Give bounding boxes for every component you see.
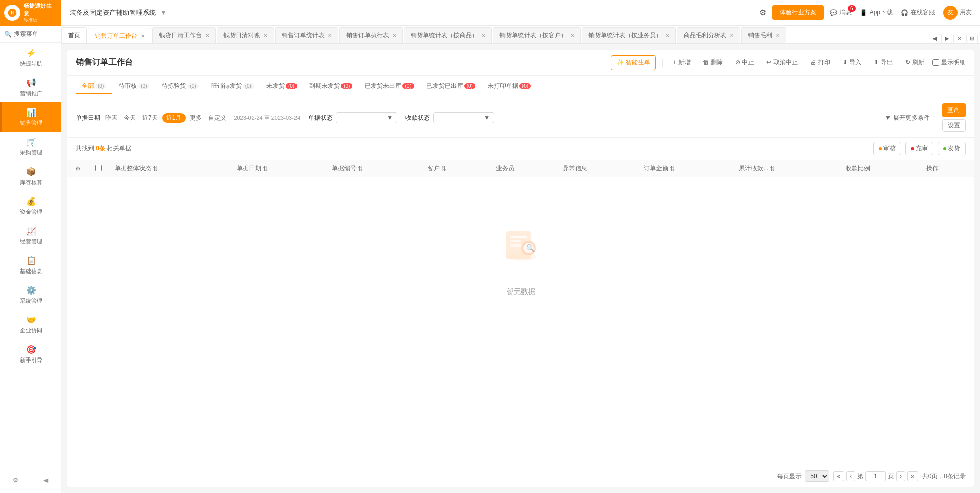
query-btn[interactable]: 查询 bbox=[942, 103, 966, 117]
status-select[interactable]: ▼ bbox=[336, 112, 397, 123]
first-page-btn[interactable]: « bbox=[833, 471, 844, 481]
filter-tab-shipped-not-out[interactable]: 已发货未出库(0) bbox=[358, 80, 420, 94]
page-number-input[interactable] bbox=[865, 471, 886, 481]
tab-home[interactable]: 首页 bbox=[61, 27, 87, 43]
sidebar-quick-nav-icon: ⚡ bbox=[26, 48, 36, 58]
topbar-message[interactable]: 💬 消息 6 bbox=[830, 8, 852, 17]
tab-close-sales-stat[interactable]: ✕ bbox=[328, 33, 332, 38]
tab-cash-daily[interactable]: 钱货日清工作台✕ bbox=[152, 27, 216, 43]
horizontal-scrollbar[interactable] bbox=[76, 459, 966, 465]
tab-close-product-margin[interactable]: ✕ bbox=[730, 33, 734, 38]
date-quick-自定义[interactable]: 自定义 bbox=[206, 113, 229, 123]
audit-btn[interactable]: 审核 bbox=[873, 142, 901, 155]
tab-sales-stat[interactable]: 销售订单统计表✕ bbox=[275, 27, 338, 43]
trial-btn[interactable]: 体验行业方案 bbox=[772, 5, 824, 20]
topbar-user[interactable]: 友 用友 bbox=[943, 6, 972, 20]
tab-cash-reconcile[interactable]: 钱货日清对账✕ bbox=[217, 27, 274, 43]
topbar-online-service[interactable]: 🎧 在线客服 bbox=[901, 8, 935, 17]
tab-close-sales-stat-staff[interactable]: ✕ bbox=[665, 33, 669, 38]
filter-tab-not-shipped[interactable]: 未发货(0) bbox=[260, 80, 303, 94]
tabs-prev-btn[interactable]: ◀ bbox=[929, 34, 940, 43]
stop-btn[interactable]: ⊘ 中止 bbox=[731, 56, 758, 69]
content-area: 销售订单工作台 ✨ 智能生单 + 新增 🗑 删除 ⊘ 中止 ↩ 取消中止 🖨 打… bbox=[61, 44, 980, 493]
th-settings[interactable]: ⚙ bbox=[67, 160, 88, 177]
filter-tab-wangpu-ship[interactable]: 旺铺待发货(0) bbox=[205, 80, 260, 94]
last-page-btn[interactable]: » bbox=[907, 471, 918, 481]
filter-tab-badge-shipped-out: (0) bbox=[464, 83, 475, 89]
date-quick-更多[interactable]: 更多 bbox=[188, 113, 204, 123]
tab-sales-stat-customer[interactable]: 销货单统计表（按客户）✕ bbox=[493, 27, 581, 43]
expand-more-btn[interactable]: ▼ 展开更多条件 bbox=[885, 114, 930, 122]
sidebar-item-purchase[interactable]: 🛒采购管理 bbox=[0, 132, 61, 162]
cancel-audit-btn[interactable]: 充审 bbox=[905, 142, 933, 155]
filter-tab-shipped-out[interactable]: 已发货已出库(0) bbox=[420, 80, 482, 94]
tab-sales-exec[interactable]: 销售订单执行表✕ bbox=[339, 27, 403, 43]
th-date: 单据日期⇅ bbox=[231, 160, 326, 177]
sidebar-item-basic[interactable]: 📋基础信息 bbox=[0, 251, 61, 280]
date-quick-近1月[interactable]: 近1月 bbox=[162, 113, 186, 123]
sidebar-quick-nav-label: 快捷导航 bbox=[20, 60, 42, 68]
prev-page-btn[interactable]: ‹ bbox=[846, 471, 855, 481]
filter-tab-not-printed[interactable]: 未打印单据(0) bbox=[482, 80, 537, 94]
date-filter-label: 单据日期 bbox=[76, 114, 100, 122]
tab-close-cash-reconcile[interactable]: ✕ bbox=[263, 33, 267, 38]
import-btn[interactable]: ⬇ 导入 bbox=[838, 56, 865, 69]
page-size-select[interactable]: 50 bbox=[805, 470, 829, 482]
tab-close-sales-workbench[interactable]: ✕ bbox=[141, 33, 145, 39]
export-btn[interactable]: ⬆ 导出 bbox=[870, 56, 897, 69]
tab-close-sales-stat-customer[interactable]: ✕ bbox=[570, 33, 574, 38]
date-quick-今天[interactable]: 今天 bbox=[122, 113, 138, 123]
tab-close-sales-profit[interactable]: ✕ bbox=[776, 33, 780, 38]
tab-product-margin[interactable]: 商品毛利分析表✕ bbox=[677, 27, 740, 43]
tab-close-cash-daily[interactable]: ✕ bbox=[205, 33, 209, 38]
tab-sales-stat-product[interactable]: 销货单统计表（按商品）✕ bbox=[404, 27, 492, 43]
next-page-btn[interactable]: › bbox=[896, 471, 905, 481]
sidebar-item-sales[interactable]: 📊销售管理 bbox=[0, 102, 61, 132]
sidebar-collapse-btn[interactable]: ◀ bbox=[38, 472, 53, 489]
print-btn[interactable]: 🖨 打印 bbox=[806, 56, 834, 69]
tab-sales-workbench[interactable]: 销售订单工作台✕ bbox=[88, 28, 151, 43]
filter-tab-overdue-ship[interactable]: 到期未发货(0) bbox=[303, 80, 358, 94]
cancel-stop-btn[interactable]: ↩ 取消中止 bbox=[762, 56, 802, 69]
filter-tab-all[interactable]: 全部(0) bbox=[76, 80, 112, 94]
filter-settings-btn[interactable]: 设置 bbox=[942, 119, 966, 132]
sidebar-sales-icon: 📊 bbox=[26, 107, 36, 117]
topbar-gear-icon[interactable]: ⚙ bbox=[759, 8, 766, 17]
date-quick-昨天[interactable]: 昨天 bbox=[103, 113, 120, 123]
tab-close-sales-exec[interactable]: ✕ bbox=[392, 33, 396, 38]
sidebar-settings-btn[interactable]: ⚙ bbox=[8, 472, 24, 489]
sidebar-item-enterprise[interactable]: 🤝企业协同 bbox=[0, 310, 61, 340]
payment-select[interactable]: ▼ bbox=[433, 112, 494, 123]
add-btn[interactable]: + 新增 bbox=[669, 56, 694, 69]
refresh-btn[interactable]: ↻ 刷新 bbox=[901, 56, 928, 69]
empty-state: 🔍 暂无数据 bbox=[67, 177, 974, 338]
sidebar-item-marketing[interactable]: 📢营销推广 bbox=[0, 73, 61, 102]
sidebar-search[interactable]: 🔍 搜索菜单 bbox=[0, 26, 61, 43]
sidebar-item-inventory[interactable]: 📦库存核算 bbox=[0, 162, 61, 191]
sidebar-item-finance[interactable]: 💰资金管理 bbox=[0, 191, 61, 221]
tab-close-sales-stat-product[interactable]: ✕ bbox=[481, 33, 485, 38]
date-range-display: 2023-02-24 至 2023-03-24 bbox=[234, 114, 300, 122]
smart-create-btn[interactable]: ✨ 智能生单 bbox=[611, 55, 656, 70]
tab-sales-profit[interactable]: 销售毛利✕ bbox=[741, 27, 786, 43]
sidebar-item-guide[interactable]: 🎯新手引导 bbox=[0, 340, 61, 369]
tab-sales-stat-staff[interactable]: 销货单统计表（按业务员）✕ bbox=[582, 27, 676, 43]
tabs-next-btn[interactable]: ▶ bbox=[941, 34, 952, 43]
date-quick-近7天[interactable]: 近7天 bbox=[140, 113, 160, 123]
th-number: 单据编号⇅ bbox=[326, 160, 421, 177]
select-all-checkbox[interactable] bbox=[95, 165, 102, 171]
sidebar-item-system[interactable]: ⚙️系统管理 bbox=[0, 280, 61, 310]
sidebar-item-operation[interactable]: 📈经营管理 bbox=[0, 221, 61, 251]
filter-tab-pending-audit[interactable]: 待审核(0) bbox=[112, 80, 155, 94]
sidebar-basic-label: 基础信息 bbox=[20, 267, 42, 275]
ship-btn[interactable]: 发货 bbox=[938, 142, 966, 155]
filter-tab-pending-check[interactable]: 待拣验货(0) bbox=[155, 80, 204, 94]
show-detail-checkbox[interactable] bbox=[932, 59, 939, 66]
sidebar-item-quick-nav[interactable]: ⚡快捷导航 bbox=[0, 43, 61, 73]
filter-tab-badge-not-shipped: (0) bbox=[286, 83, 297, 89]
topbar-app-download[interactable]: 📱 App下载 bbox=[860, 8, 893, 17]
delete-btn[interactable]: 🗑 删除 bbox=[699, 56, 727, 69]
tabs-close-all-btn[interactable]: ⊠ bbox=[966, 34, 978, 43]
result-count: 共找到 0条 相关单据 bbox=[76, 144, 131, 153]
tabs-close-current-btn[interactable]: ✕ bbox=[953, 34, 965, 43]
